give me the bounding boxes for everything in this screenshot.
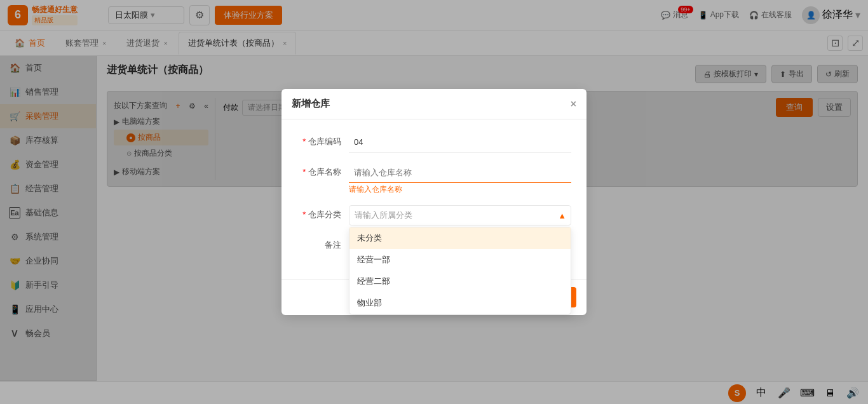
code-label: * 仓库编码 (297, 132, 341, 147)
chevron-up-icon: ▲ (558, 211, 566, 220)
dialog-header: 新增仓库 × (281, 89, 587, 119)
name-field-row: * 仓库名称 请输入仓库名称 (297, 163, 571, 195)
new-warehouse-dialog: 新增仓库 × * 仓库编码 * 仓库名称 (281, 89, 587, 315)
code-input-wrapper (349, 132, 571, 152)
category-label: * 仓库分类 (297, 205, 341, 220)
category-select-wrapper: 请输入所属分类 ▲ 未分类 经营一部 经营二部 物业部 (349, 205, 571, 226)
modal-overlay: 新增仓库 × * 仓库编码 * 仓库名称 (0, 0, 868, 404)
close-button[interactable]: × (571, 98, 576, 110)
dropdown-item-unclassified[interactable]: 未分类 (349, 227, 571, 249)
dialog-body: * 仓库编码 * 仓库名称 请输入仓库名称 (281, 119, 587, 279)
dropdown-item-property[interactable]: 物业部 (349, 292, 571, 314)
name-label: * 仓库名称 (297, 163, 341, 178)
dialog-title: 新增仓库 (292, 98, 330, 110)
category-select[interactable]: 请输入所属分类 ▲ (349, 205, 571, 226)
dropdown-item-ops2[interactable]: 经营二部 (349, 271, 571, 292)
dropdown-item-ops1[interactable]: 经营一部 (349, 249, 571, 271)
name-input[interactable] (349, 163, 571, 183)
name-input-wrapper: 请输入仓库名称 (349, 163, 571, 195)
code-input[interactable] (349, 132, 571, 152)
category-field-row: * 仓库分类 请输入所属分类 ▲ 未分类 经营一部 经营二部 物业部 (297, 205, 571, 226)
category-placeholder: 请输入所属分类 (355, 210, 412, 221)
name-error-message: 请输入仓库名称 (349, 184, 571, 195)
code-field-row: * 仓库编码 (297, 132, 571, 152)
category-dropdown: 未分类 经营一部 经营二部 物业部 (349, 227, 571, 314)
note-label: 备注 (297, 236, 341, 251)
